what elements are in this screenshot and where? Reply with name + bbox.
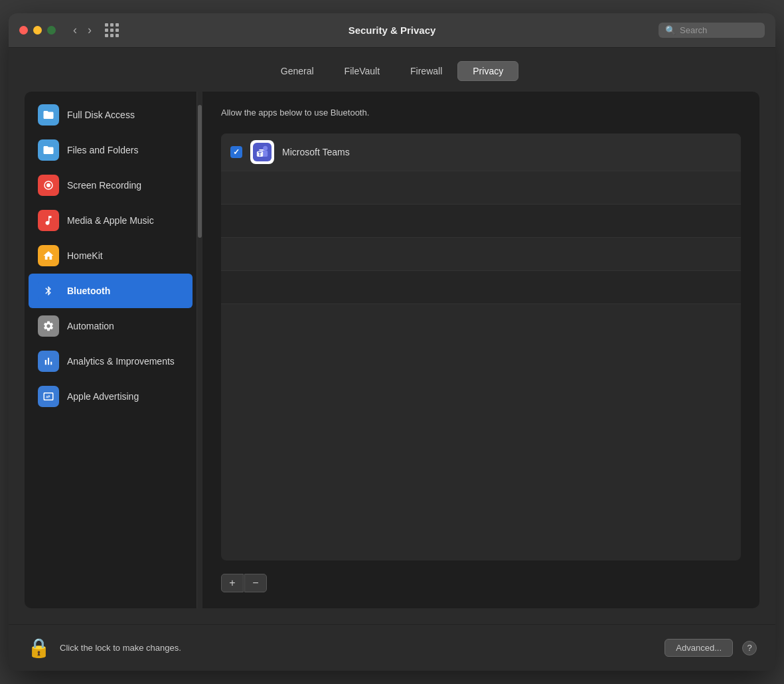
app-row-microsoft-teams: ✓ T T Microsoft Tea	[221, 133, 741, 171]
homekit-label: HomeKit	[67, 250, 103, 261]
bluetooth-label: Bluetooth	[67, 286, 110, 296]
checkbox-check-icon: ✓	[233, 147, 240, 157]
search-bar[interactable]: 🔍	[659, 23, 765, 38]
close-button[interactable]	[19, 26, 28, 35]
back-button[interactable]: ‹	[69, 22, 81, 39]
analytics-icon	[38, 351, 59, 372]
app-row-empty-4	[221, 271, 741, 304]
homekit-icon	[38, 245, 59, 266]
description-text: Allow the apps below to use Bluetooth.	[221, 108, 741, 118]
forward-button[interactable]: ›	[84, 22, 96, 39]
advanced-button[interactable]: Advanced...	[665, 639, 733, 657]
media-music-icon	[38, 210, 59, 231]
sidebar-item-apple-advertising[interactable]: Apple Advertising	[29, 379, 193, 414]
apple-advertising-icon	[38, 386, 59, 407]
add-app-button[interactable]: +	[221, 574, 244, 592]
tab-filevault[interactable]: FileVault	[329, 61, 395, 81]
search-icon: 🔍	[665, 25, 676, 35]
bottom-buttons: + −	[221, 574, 741, 592]
media-music-label: Media & Apple Music	[67, 215, 154, 226]
app-row-empty-1	[221, 171, 741, 205]
svg-point-1	[46, 183, 50, 187]
sidebar-item-screen-recording[interactable]: Screen Recording	[29, 168, 193, 203]
tab-privacy[interactable]: Privacy	[457, 61, 518, 81]
sidebar-item-homekit[interactable]: HomeKit	[29, 238, 193, 273]
analytics-label: Analytics & Improvements	[67, 356, 175, 367]
help-button[interactable]: ?	[742, 641, 757, 655]
apps-list-container: ✓ T T Microsoft Tea	[221, 133, 741, 560]
tab-firewall[interactable]: Firewall	[395, 61, 457, 81]
files-folders-icon	[38, 139, 59, 161]
window-title: Security & Privacy	[349, 25, 436, 36]
sidebar-item-files-and-folders[interactable]: Files and Folders	[29, 133, 193, 167]
sidebar-item-automation[interactable]: Automation	[29, 309, 193, 343]
app-row-empty-5	[221, 304, 741, 560]
sidebar: Full Disk Access Files and Folders	[25, 92, 197, 608]
teams-app-name: Microsoft Teams	[282, 147, 350, 157]
app-row-empty-3	[221, 238, 741, 271]
app-row-empty-2	[221, 205, 741, 238]
automation-label: Automation	[67, 321, 114, 331]
tab-general[interactable]: General	[266, 61, 329, 81]
automation-icon	[38, 315, 59, 337]
nav-buttons: ‹ ›	[69, 22, 96, 39]
sidebar-item-bluetooth[interactable]: Bluetooth	[29, 274, 193, 308]
main-content: Full Disk Access Files and Folders	[9, 92, 775, 624]
apple-advertising-label: Apple Advertising	[67, 391, 139, 402]
full-disk-access-label: Full Disk Access	[67, 110, 135, 120]
sidebar-item-analytics[interactable]: Analytics & Improvements	[29, 344, 193, 379]
scrollbar-thumb[interactable]	[198, 105, 202, 238]
traffic-lights	[19, 26, 56, 35]
main-window: ‹ › Security & Privacy 🔍 General FileVau…	[9, 13, 775, 671]
remove-app-button[interactable]: −	[244, 574, 267, 592]
search-input[interactable]	[680, 25, 759, 35]
tabs-container: General FileVault Firewall Privacy	[9, 48, 775, 92]
sidebar-item-full-disk-access[interactable]: Full Disk Access	[29, 98, 193, 132]
footer-lock-text: Click the lock to make changes.	[60, 643, 655, 653]
maximize-button[interactable]	[47, 26, 56, 35]
panel: Full Disk Access Files and Folders	[25, 92, 759, 608]
grid-icon[interactable]	[105, 23, 119, 37]
bluetooth-icon	[38, 280, 59, 301]
titlebar: ‹ › Security & Privacy 🔍	[9, 13, 775, 48]
screen-recording-icon	[38, 175, 59, 196]
teams-app-icon: T T	[250, 140, 274, 164]
screen-recording-label: Screen Recording	[67, 180, 141, 191]
files-folders-label: Files and Folders	[67, 145, 138, 155]
sidebar-item-media-apple-music[interactable]: Media & Apple Music	[29, 203, 193, 238]
full-disk-access-icon	[38, 104, 59, 126]
scrollbar-track[interactable]	[197, 92, 202, 608]
lock-icon[interactable]: 🔒	[27, 637, 50, 659]
svg-text:T: T	[258, 151, 262, 157]
minimize-button[interactable]	[33, 26, 42, 35]
teams-checkbox[interactable]: ✓	[230, 146, 242, 158]
footer: 🔒 Click the lock to make changes. Advanc…	[9, 624, 775, 671]
right-panel: Allow the apps below to use Bluetooth. ✓…	[202, 92, 759, 608]
svg-point-4	[263, 146, 268, 151]
